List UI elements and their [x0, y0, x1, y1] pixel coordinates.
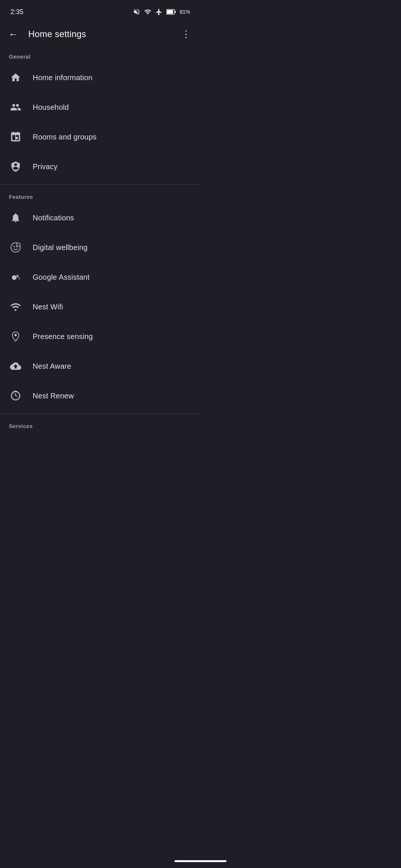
- menu-item-rooms-and-groups[interactable]: Rooms and groups: [0, 122, 200, 152]
- airplane-icon: [155, 8, 163, 16]
- household-label: Household: [33, 103, 69, 112]
- nest-aware-label: Nest Aware: [33, 362, 71, 371]
- privacy-icon: [9, 160, 22, 173]
- section-features-header: Features: [0, 188, 200, 203]
- bell-icon: [9, 211, 22, 224]
- nest-wifi-label: Nest Wifi: [33, 303, 63, 311]
- svg-point-6: [13, 246, 15, 247]
- battery-percent: 81%: [180, 9, 190, 15]
- rooms-icon: [9, 130, 22, 144]
- divider-features-services: [0, 414, 200, 414]
- menu-item-home-information[interactable]: Home information: [0, 63, 200, 92]
- mute-icon: [133, 8, 140, 16]
- back-button[interactable]: ←: [6, 27, 21, 42]
- more-options-button[interactable]: ⋮: [178, 27, 193, 42]
- menu-item-nest-renew[interactable]: Nest Renew: [0, 381, 200, 411]
- wellbeing-icon: ⏱: [9, 241, 22, 254]
- top-app-bar: ← Home settings ⋮: [0, 21, 200, 47]
- google-assistant-label: Google Assistant: [33, 273, 89, 282]
- digital-wellbeing-label: Digital wellbeing: [33, 243, 88, 252]
- nest-renew-icon: [9, 389, 22, 402]
- svg-point-12: [19, 277, 20, 279]
- status-bar: 2:35 81%: [0, 0, 200, 21]
- home-information-label: Home information: [33, 73, 92, 82]
- nest-renew-label: Nest Renew: [33, 392, 74, 400]
- rooms-and-groups-label: Rooms and groups: [33, 133, 97, 141]
- more-dots-icon: ⋮: [181, 29, 190, 40]
- status-icons: 81%: [133, 8, 190, 16]
- status-time: 2:35: [10, 8, 23, 16]
- notifications-label: Notifications: [33, 214, 74, 222]
- page-title: Home settings: [28, 29, 86, 39]
- svg-point-11: [16, 275, 19, 278]
- section-services: Services: [0, 417, 200, 432]
- menu-item-google-assistant[interactable]: Google Assistant: [0, 262, 200, 292]
- menu-item-nest-wifi[interactable]: Nest Wifi: [0, 292, 200, 322]
- menu-item-digital-wellbeing[interactable]: ⏱ Digital wellbeing: [0, 233, 200, 262]
- svg-rect-2: [175, 11, 176, 13]
- menu-item-presence-sensing[interactable]: Presence sensing: [0, 322, 200, 351]
- svg-point-10: [12, 275, 17, 280]
- section-general: General Home information Household Rooms…: [0, 47, 200, 181]
- menu-item-notifications[interactable]: Notifications: [0, 203, 200, 233]
- section-features: Features Notifications ⏱ Digital wellbei…: [0, 188, 200, 411]
- wifi-status-icon: [144, 8, 151, 16]
- privacy-label: Privacy: [33, 162, 58, 171]
- menu-item-privacy[interactable]: Privacy: [0, 152, 200, 181]
- svg-rect-1: [167, 10, 173, 14]
- presence-sensing-label: Presence sensing: [33, 332, 93, 341]
- svg-point-14: [14, 334, 17, 336]
- battery-icon: [166, 8, 176, 16]
- menu-item-nest-aware[interactable]: Nest Aware: [0, 351, 200, 381]
- home-icon: [9, 71, 22, 84]
- nest-aware-icon: [9, 359, 22, 373]
- svg-point-13: [15, 309, 17, 311]
- svg-text:⏱: ⏱: [17, 243, 19, 246]
- top-bar-left: ← Home settings: [6, 27, 86, 42]
- section-general-header: General: [0, 47, 200, 63]
- nest-wifi-icon: [9, 300, 22, 313]
- google-assistant-icon: [9, 270, 22, 284]
- back-arrow-icon: ←: [9, 29, 18, 39]
- section-services-header: Services: [0, 417, 200, 432]
- presence-sensing-icon: [9, 330, 22, 343]
- divider-general-features: [0, 184, 200, 185]
- menu-item-household[interactable]: Household: [0, 92, 200, 122]
- household-icon: [9, 101, 22, 114]
